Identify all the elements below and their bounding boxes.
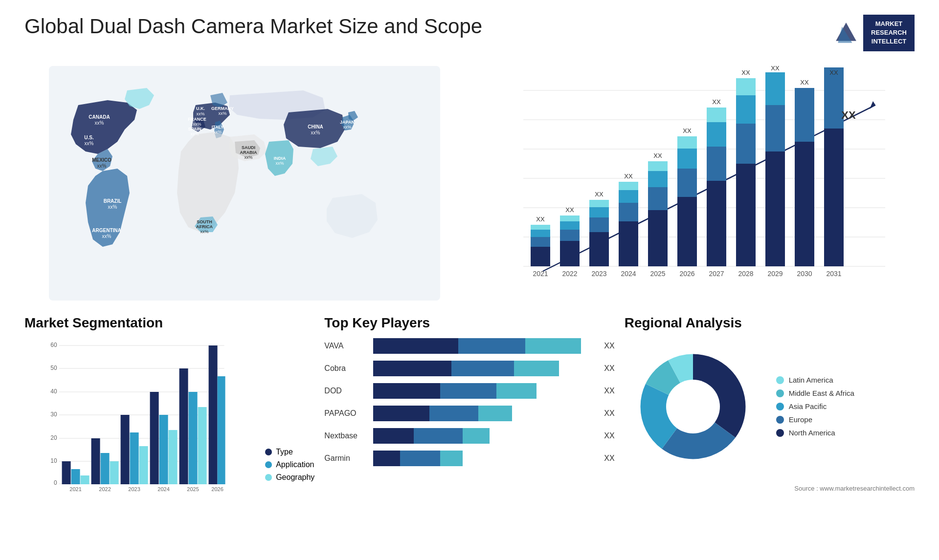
svg-rect-51 (560, 221, 580, 230)
application-label: Application (276, 460, 314, 469)
svg-rect-61 (619, 190, 638, 203)
player-name-cobra: Cobra (324, 364, 368, 373)
world-map: CANADA xx% U.S. xx% MEXICO xx% BRAZIL xx… (29, 66, 460, 301)
bar-seg2-cobra (451, 361, 514, 376)
svg-rect-124 (91, 438, 100, 484)
latin-america-dot (776, 376, 784, 384)
page-title: Global Dual Dash Camera Market Size and … (24, 15, 482, 38)
middle-east-dot (776, 389, 784, 397)
svg-text:2031: 2031 (826, 270, 841, 278)
svg-text:XX: XX (800, 79, 809, 86)
svg-text:BRAZIL: BRAZIL (104, 198, 122, 204)
svg-rect-81 (736, 95, 756, 124)
bar-seg2-garmin (400, 451, 440, 466)
segmentation-section: Market Segmentation 60 50 40 30 20 10 0 (24, 315, 314, 496)
svg-rect-45 (531, 237, 550, 247)
bar-chart-wrapper: XX XX XX (479, 66, 910, 301)
legend-type: Type (265, 448, 314, 456)
north-america-label: North America (789, 429, 835, 437)
svg-text:xx%: xx% (200, 229, 208, 234)
bar-seg3-papago (478, 406, 512, 421)
svg-rect-89 (795, 88, 814, 142)
players-list: VAVA XX Cobra XX (324, 338, 614, 466)
svg-rect-80 (736, 124, 756, 164)
svg-rect-67 (648, 161, 668, 171)
application-dot (265, 461, 272, 468)
svg-text:SAUDI: SAUDI (242, 145, 255, 150)
svg-text:XX: XX (771, 66, 780, 72)
bar-chart-section: XX XX XX (474, 61, 915, 305)
svg-text:MEXICO: MEXICO (92, 157, 112, 163)
svg-rect-91 (824, 129, 844, 266)
svg-rect-137 (189, 392, 198, 484)
player-xx-dod: XX (604, 387, 614, 395)
map-svg: CANADA xx% U.S. xx% MEXICO xx% BRAZIL xx… (29, 66, 460, 301)
svg-text:XX: XX (595, 191, 604, 198)
svg-marker-43 (870, 101, 875, 109)
seg-content: 60 50 40 30 20 10 0 (24, 338, 314, 496)
bar-seg1-cobra (373, 361, 451, 376)
svg-rect-64 (648, 210, 668, 266)
svg-rect-134 (169, 430, 178, 484)
type-dot (265, 449, 272, 455)
svg-text:ARABIA: ARABIA (240, 150, 257, 155)
svg-text:XX: XX (683, 127, 692, 134)
bar-seg2-nextbase (414, 428, 463, 444)
svg-rect-85 (765, 105, 785, 151)
player-vava: VAVA XX (324, 338, 614, 354)
svg-rect-88 (795, 142, 814, 266)
segmentation-title: Market Segmentation (24, 315, 314, 331)
svg-text:2024: 2024 (621, 270, 636, 278)
svg-rect-72 (677, 136, 697, 149)
player-dod: DOD XX (324, 383, 614, 399)
svg-text:0: 0 (54, 479, 57, 486)
player-bar-dod (373, 383, 597, 399)
player-bar-papago (373, 406, 597, 421)
svg-text:ARGENTINA: ARGENTINA (92, 228, 121, 233)
logo-container: MARKET RESEARCH INTELLECT (834, 15, 915, 51)
svg-rect-128 (121, 415, 130, 484)
page-container: Global Dual Dash Camera Market Size and … (0, 0, 939, 560)
svg-text:2023: 2023 (128, 486, 140, 492)
bar-seg2-papago (429, 406, 479, 421)
svg-text:2026: 2026 (679, 270, 694, 278)
logo-icon (834, 21, 858, 45)
svg-text:2028: 2028 (738, 270, 753, 278)
player-name-papago: PAPAGO (324, 409, 368, 418)
svg-text:CHINA: CHINA (308, 124, 323, 129)
player-xx-papago: XX (604, 409, 614, 418)
svg-text:xx%: xx% (193, 122, 201, 127)
svg-rect-46 (531, 230, 550, 237)
bar-chart-svg: XX XX XX (489, 66, 910, 301)
svg-text:xx%: xx% (95, 120, 104, 126)
svg-rect-129 (130, 432, 139, 484)
svg-text:2021: 2021 (533, 270, 548, 278)
bar-seg2-dod (440, 383, 496, 399)
svg-text:XX: XX (741, 69, 750, 76)
svg-text:INDIA: INDIA (274, 156, 286, 161)
key-players-title: Top Key Players (324, 315, 614, 331)
svg-rect-79 (736, 164, 756, 266)
bar-seg1-vava (373, 338, 458, 354)
svg-rect-126 (110, 461, 119, 484)
bar-seg3-dod (496, 383, 537, 399)
svg-text:GERMANY: GERMANY (211, 106, 234, 111)
legend-geography: Geography (265, 473, 314, 482)
svg-rect-57 (589, 200, 609, 207)
svg-rect-60 (619, 203, 638, 221)
svg-text:ITALY: ITALY (212, 125, 224, 129)
svg-text:30: 30 (50, 411, 57, 418)
svg-text:2030: 2030 (797, 270, 812, 278)
seg-svg: 60 50 40 30 20 10 0 (24, 338, 248, 495)
svg-rect-132 (150, 392, 159, 484)
key-players-section: Top Key Players VAVA XX Cobra (324, 315, 614, 496)
svg-rect-86 (765, 72, 785, 105)
middle-east-label: Middle East & Africa (789, 389, 854, 397)
legend-asia-pacific: Asia Pacific (776, 402, 854, 410)
svg-rect-55 (589, 217, 609, 232)
player-name-garmin: Garmin (324, 454, 368, 463)
player-xx-cobra: XX (604, 364, 614, 373)
regional-title: Regional Analysis (625, 315, 915, 331)
svg-rect-56 (589, 207, 609, 217)
bar-seg3-garmin (440, 451, 463, 466)
